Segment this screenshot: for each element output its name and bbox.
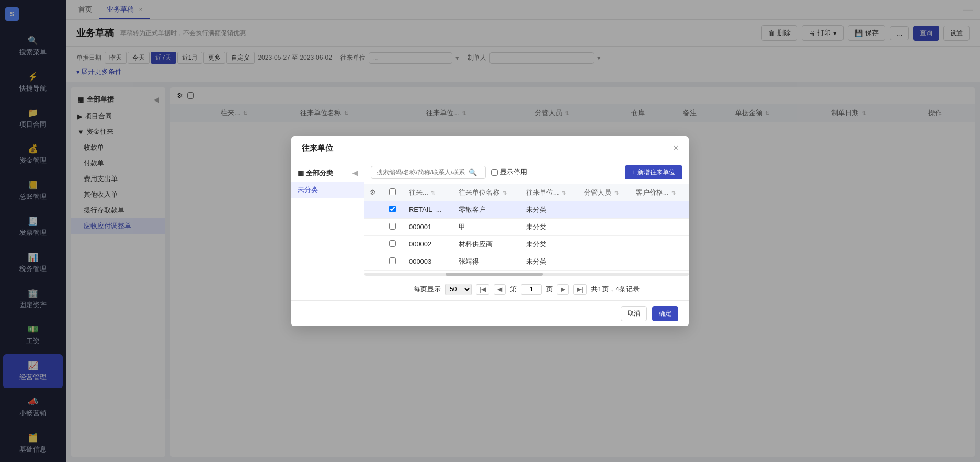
row-checkbox-cell [384,235,404,253]
row-manager-cell [579,235,631,253]
row-name-cell: 张靖得 [453,253,521,270]
page-number-input[interactable] [521,284,542,295]
row-checkbox[interactable] [389,206,396,212]
search-icon: 🔍 [469,168,477,176]
show-disabled-checkbox-label[interactable]: 显示停用 [491,167,527,177]
confirm-button[interactable]: 确定 [652,306,678,321]
row-code-cell: RETAIL_... [404,201,453,218]
row-manager-cell [579,218,631,235]
row-settings-cell [364,253,384,270]
row-name-cell: 材料供应商 [453,235,521,253]
row-cat-cell: 未分类 [521,253,579,270]
modal-action-bar: 取消 确定 [291,300,689,326]
row-code-cell: 000002 [404,235,453,253]
modal-table-row[interactable]: 000002 材料供应商 未分类 [364,235,689,253]
modal-table-row[interactable]: 000003 张靖得 未分类 [364,253,689,270]
modal-search-box: 🔍 [371,166,486,179]
modal-title: 往来单位 [302,143,333,153]
modal-header: 往来单位 × [291,136,689,161]
next-page-button[interactable]: ▶ [557,284,569,295]
row-manager-cell [579,253,631,270]
prev-page-button[interactable]: ◀ [494,284,506,295]
row-cat-cell: 未分类 [521,235,579,253]
modal-col-cat: 往来单位... ⇅ [521,184,579,201]
modal-table-row[interactable]: 000001 甲 未分类 [364,218,689,235]
row-checkbox-cell [384,201,404,218]
modal-col-settings: ⚙ [364,184,384,201]
row-price-cell [631,235,689,253]
modal-sidebar: ▦ 全部分类 ◀ 未分类 [291,161,364,300]
modal-col-checkbox [384,184,404,201]
page-unit: 页 [546,285,553,294]
page-label: 第 [510,285,517,294]
modal-overlay: 往来单位 × ▦ 全部分类 ◀ 未分类 [0,0,980,462]
first-page-button[interactable]: |◀ [476,284,489,295]
row-code-cell: 000003 [404,253,453,270]
scrollbar-thumb [446,273,543,276]
row-manager-cell [579,201,631,218]
cancel-button[interactable]: 取消 [621,306,647,321]
row-settings-cell [364,235,384,253]
row-checkbox-cell [384,253,404,270]
horizontal-scrollbar[interactable] [364,273,689,276]
modal-footer: 每页显示 50 100 200 |◀ ◀ 第 页 ▶ ▶| 共1页，4 [364,278,689,300]
per-page-label: 每页显示 [414,285,441,294]
per-page-select[interactable]: 50 100 200 [445,284,472,295]
row-price-cell [631,218,689,235]
modal-toolbar: 🔍 显示停用 + 新增往来单位 [364,161,689,184]
row-checkbox[interactable] [389,223,396,230]
grid-icon: ▦ [298,169,304,177]
row-settings-cell [364,218,384,235]
modal-table: ⚙ 往来... ⇅ 往来单位名称 ⇅ 往来单位... ⇅ 分管人员 ⇅ 客户价格… [364,184,689,271]
modal-close-button[interactable]: × [674,143,678,153]
modal-pagination: 每页显示 50 100 200 |◀ ◀ 第 页 ▶ ▶| 共1页，4 [373,284,680,295]
row-price-cell [631,201,689,218]
row-settings-cell [364,201,384,218]
row-name-cell: 零散客户 [453,201,521,218]
row-checkbox-cell [384,218,404,235]
row-name-cell: 甲 [453,218,521,235]
modal-col-code: 往来... ⇅ [404,184,453,201]
row-cat-cell: 未分类 [521,201,579,218]
row-checkbox[interactable] [389,257,396,264]
modal-content: 🔍 显示停用 + 新增往来单位 ⚙ [364,161,689,300]
modal-select-all[interactable] [389,188,396,195]
row-checkbox[interactable] [389,240,396,247]
row-price-cell [631,253,689,270]
modal-search-input[interactable] [377,168,465,176]
row-code-cell: 000001 [404,218,453,235]
total-records: 共1页，4条记录 [591,285,639,294]
modal-sidebar-header: ▦ 全部分类 ◀ [291,166,364,182]
modal-body: ▦ 全部分类 ◀ 未分类 🔍 显示停用 [291,161,689,300]
show-disabled-checkbox[interactable] [491,169,498,176]
party-modal: 往来单位 × ▦ 全部分类 ◀ 未分类 [291,136,689,326]
new-party-button[interactable]: + 新增往来单位 [625,165,682,179]
modal-table-row[interactable]: RETAIL_... 零散客户 未分类 [364,201,689,218]
last-page-button[interactable]: ▶| [573,284,587,295]
modal-col-manager: 分管人员 ⇅ [579,184,631,201]
modal-sidebar-collapse-button[interactable]: ◀ [352,169,358,177]
row-cat-cell: 未分类 [521,218,579,235]
modal-table-wrapper: ⚙ 往来... ⇅ 往来单位名称 ⇅ 往来单位... ⇅ 分管人员 ⇅ 客户价格… [364,184,689,278]
modal-sidebar-item-unclassified[interactable]: 未分类 [291,182,364,198]
modal-col-name: 往来单位名称 ⇅ [453,184,521,201]
modal-col-price: 客户价格... ⇅ [631,184,689,201]
